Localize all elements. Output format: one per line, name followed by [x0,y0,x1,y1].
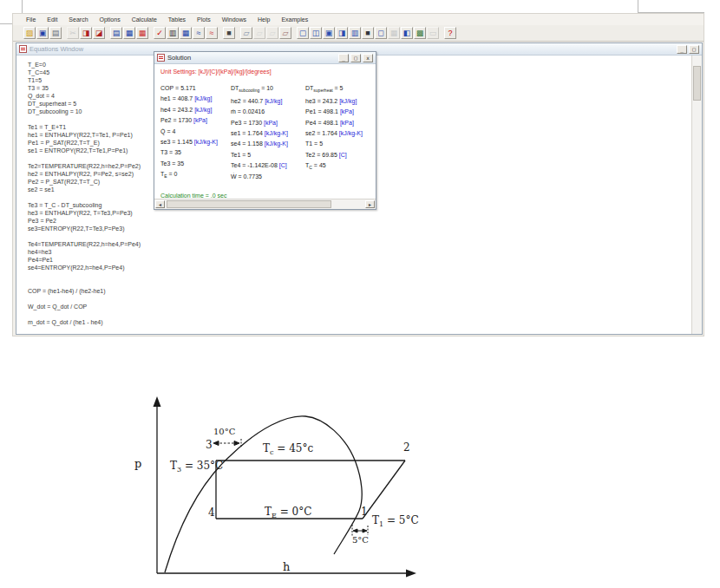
arrange-7-icon[interactable]: ◻ [375,27,387,39]
menu-item-tables[interactable]: Tables [167,16,187,23]
equation-line: m_dot = Q_dot / (he1 - he4) [28,318,691,326]
residuals-icon[interactable]: ▦ [136,27,148,39]
ees-document-icon [157,54,165,62]
frame-line-topright-v [638,0,638,13]
menu-item-plots[interactable]: Plots [195,16,213,23]
equation-line: Pe3 = Pe2 [28,217,691,225]
equation-line [28,295,691,303]
solution-column-1: COP = 5.171he1 = 408.7 [kJ/kg]he4 = 243.… [160,83,218,182]
condenser-temp-label: Tc = 45°c [263,442,313,456]
solution-entry: Ẇ = 0.7735 [231,172,288,182]
equation-line: he3 = ENTHALPY(R22, T=Te3,P=Pe3) [28,209,691,217]
arrange-9-icon[interactable]: ◧ [401,27,413,39]
solution-entry: he3 = 243.2 [kJ/kg] [305,96,363,107]
equation-line [28,271,691,279]
scroll-right-arrow[interactable]: ► [365,200,375,208]
paste-icon[interactable]: ◪ [93,27,105,39]
solution-entry: se1 = 1.764 [kJ/kg-K] [231,128,288,139]
menu-item-calculate[interactable]: Calculate [130,16,159,23]
arrange-6-icon[interactable]: ■ [362,27,374,39]
formatted-equations-icon[interactable]: ▦ [123,27,135,39]
arrange-2-icon[interactable]: ◫ [310,27,322,39]
scroll-left-arrow[interactable]: ◄ [155,200,165,208]
plot-3-icon[interactable]: ▱ [266,27,278,39]
solution-content: Unit Settings: [kJ]/[C]/[kPa]/[kg]/[degr… [154,64,376,199]
toolbar: ▨▣▤✂◨◪▤▦▦✓▥▦≈≈■▱▱▱▱▢◫▣◨▥■◻▦◧▩▭? [13,25,704,42]
plot-2-icon[interactable]: ▱ [253,27,265,39]
arrange-4-icon[interactable]: ◨ [336,27,348,39]
solution-entry: se2 = 1.764 [kJ/kg-K] [305,128,363,139]
solution-entry: he1 = 408.7 [kJ/kg] [160,94,218,104]
solution-entry: se4 = 1.158 [kJ/kg-K] [231,139,288,149]
menu-item-examples[interactable]: Examples [279,16,310,23]
state1-temp-label: T1 = 5°C [372,514,419,528]
solution-window-titlebar[interactable]: Solution _ □ x [154,52,376,64]
maximize-button[interactable]: □ [350,54,361,62]
equation-line: he4=he3 [28,248,691,256]
solution-entry: T3 = 35 [160,147,218,158]
equation-line: Pe4=Pe1 [28,256,691,264]
new-plot-icon[interactable]: ≈ [193,27,205,39]
window-icon[interactable]: ■ [223,27,235,39]
help-icon[interactable]: ? [444,27,456,39]
minimize-button[interactable]: _ [677,45,687,54]
solution-entry: TE = 0 [160,169,218,182]
property-plot-icon[interactable]: ≈ [206,27,218,39]
restore-button[interactable]: □ [689,45,699,54]
arrange-3-icon[interactable]: ▣ [323,27,335,39]
solution-entry: Te3 = 35 [160,159,218,169]
menu-item-windows[interactable]: Windows [220,16,248,23]
equations-window-icon[interactable]: ▤ [110,27,122,39]
arrange-1-icon[interactable]: ▢ [297,27,309,39]
arrange-11-icon[interactable]: ▭ [427,27,439,39]
ees-application-window: FileEditSearchOptionsCalculateTablesPlot… [12,13,704,336]
solve-icon[interactable]: ✓ [154,27,166,39]
solution-entry: Q̇ = 4 [160,127,218,137]
subcooling-label: 10°C [213,427,235,436]
state-point-1: 1 [361,506,368,518]
superheat-label: 5°C [352,535,369,545]
arrange-8-icon[interactable]: ▦ [388,27,400,39]
ph-diagram: p h 2 3 4 1 10°C 5°C Tc = 45°c T3 = 35°C… [121,371,460,588]
solution-entry: COP = 5.171 [160,83,218,94]
save-icon[interactable]: ▣ [36,27,49,39]
print-icon[interactable]: ▤ [49,27,62,39]
solution-entry: TC = 45 [305,160,363,173]
solution-entry: Te4 = -1.142E-08 [C] [231,160,288,171]
plot-4-icon[interactable]: ▱ [279,27,291,39]
solution-entry: he4 = 243.2 [kJ/kg] [160,105,218,115]
scrollbar-thumb[interactable] [167,200,331,208]
scrollbar-thumb[interactable] [693,66,701,101]
menu-item-help[interactable]: Help [256,16,272,23]
solution-entry: Pe2 = 1730 [kPa] [160,115,218,126]
solution-entry: Pe1 = 498.1 [kPa] [305,107,363,117]
vertical-scrollbar[interactable] [691,56,702,334]
arrange-5-icon[interactable]: ▥ [349,27,361,39]
equation-line [28,310,691,318]
compression-line [363,461,405,519]
state3-temp-label: T3 = 35°C [170,460,223,474]
menu-item-file[interactable]: File [24,16,37,23]
y-axis-arrowhead [154,396,161,407]
solution-window-title: Solution [167,54,191,62]
copy-icon[interactable]: ◨ [80,27,92,39]
solve-table-icon[interactable]: ▦ [180,27,192,39]
x-axis-arrowhead [406,570,416,578]
plot-1-icon[interactable]: ▱ [240,27,252,39]
menu-item-options[interactable]: Options [98,16,122,23]
equation-line: se3=ENTROPY(R22,T=Te3,P=Pe3) [28,225,691,232]
x-axis-label: h [283,560,290,573]
open-icon[interactable]: ▨ [23,27,36,39]
close-button[interactable]: x [363,54,373,62]
solution-entry: DTsubcooling = 10 [231,83,288,96]
cut-icon[interactable]: ✂ [67,27,79,39]
calculator-icon[interactable]: ▥ [167,27,179,39]
saturation-dome [165,416,362,572]
menu-item-search[interactable]: Search [67,16,89,23]
menu-item-edit[interactable]: Edit [45,16,59,23]
unit-settings-text: Unit Settings: [kJ]/[C]/[kPa]/[kg]/[degr… [160,69,272,75]
arrange-10-icon[interactable]: ▩ [414,27,426,39]
solution-entry: se3 = 1.145 [kJ/kg-K] [160,137,218,147]
minimize-button[interactable]: _ [338,54,349,62]
horizontal-scrollbar[interactable]: ◄ ► [154,199,376,209]
